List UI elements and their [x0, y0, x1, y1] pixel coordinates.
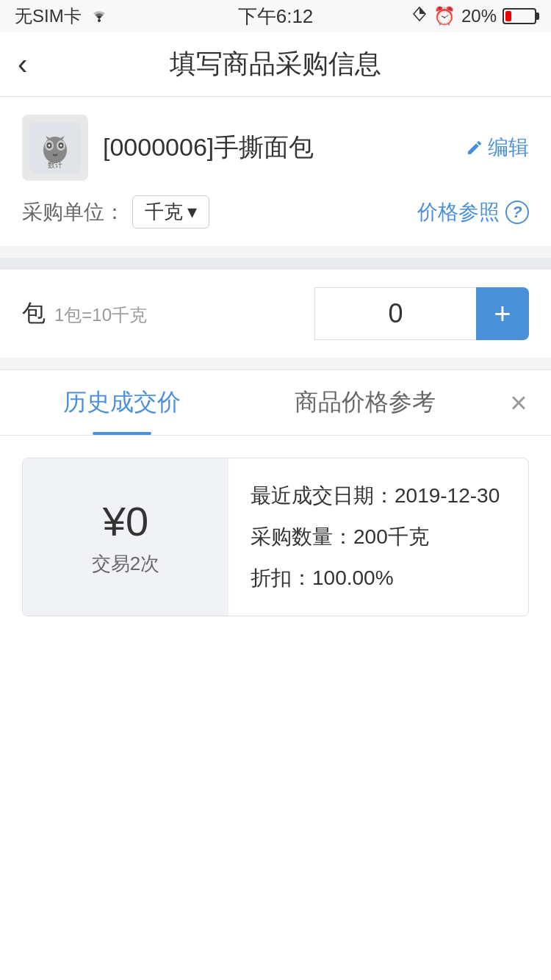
bottom-panel: 历史成交价 商品价格参考 × ¥0 交易2次 最近成交日期：2019-12-30…	[0, 370, 551, 638]
network-label: 无SIM卡	[15, 4, 82, 28]
dropdown-icon: ▾	[187, 201, 197, 223]
svg-point-8	[60, 145, 62, 147]
svg-text:数计: 数计	[48, 161, 62, 169]
page-title: 填写商品采购信息	[170, 46, 381, 82]
quantity-unit: 包	[22, 298, 46, 330]
tab-history-price[interactable]: 历史成交价	[0, 370, 243, 435]
product-image: 数计	[22, 115, 88, 181]
status-left: 无SIM卡	[15, 4, 111, 28]
status-right: ⏰ 20%	[411, 6, 536, 26]
location-icon	[411, 6, 428, 26]
svg-point-0	[98, 19, 101, 22]
status-time: 下午6:12	[238, 4, 314, 29]
qty-label: 采购数量：	[251, 525, 353, 548]
qty-value: 200千克	[353, 525, 429, 548]
date-value: 2019-12-30	[395, 484, 500, 507]
edit-button[interactable]: 编辑	[466, 134, 529, 162]
tab-price-ref[interactable]: 商品价格参考	[243, 370, 486, 435]
tab-close-button[interactable]: ×	[486, 370, 551, 435]
card-date-row: 最近成交日期：2019-12-30	[251, 480, 506, 511]
product-header: 数计 [0000006]手撕面包 编辑	[22, 115, 529, 181]
date-label: 最近成交日期：	[251, 484, 395, 507]
card-right: 最近成交日期：2019-12-30 采购数量：200千克 折扣：100.00%	[228, 458, 528, 616]
quantity-value: 0	[388, 298, 403, 329]
product-unit-row: 采购单位： 千克 ▾ 价格参照 ?	[22, 195, 529, 228]
card-discount-row: 折扣：100.00%	[251, 563, 506, 594]
price-ref-label: 价格参照	[417, 198, 500, 226]
discount-label: 折扣：	[251, 566, 312, 589]
unit-select[interactable]: 千克 ▾	[132, 195, 209, 228]
back-button[interactable]: ‹	[18, 48, 27, 81]
unit-value: 千克	[145, 199, 183, 225]
tab-history-label: 历史成交价	[63, 386, 181, 419]
alarm-icon: ⏰	[433, 6, 455, 26]
quantity-input-area: 0 +	[314, 287, 529, 340]
card-qty-row: 采购数量：200千克	[251, 522, 506, 552]
tabs-row: 历史成交价 商品价格参考 ×	[0, 370, 551, 436]
battery-percent: 20%	[461, 6, 497, 26]
card-price: ¥0	[103, 497, 148, 545]
info-icon: ?	[505, 201, 529, 224]
edit-label: 编辑	[488, 134, 529, 162]
product-section: 数计 [0000006]手撕面包 编辑 采购单位： 千克 ▾ 价格参照 ?	[0, 97, 551, 246]
card-trade-count: 交易2次	[92, 551, 159, 577]
discount-value: 100.00%	[312, 566, 394, 589]
quantity-plus-button[interactable]: +	[476, 287, 529, 340]
quantity-input[interactable]: 0	[314, 287, 476, 340]
battery-icon	[503, 8, 536, 24]
card-left: ¥0 交易2次	[23, 458, 228, 616]
price-ref-button[interactable]: 价格参照 ?	[417, 198, 529, 226]
unit-label: 采购单位： 千克 ▾	[22, 195, 209, 228]
product-name: [0000006]手撕面包	[103, 131, 314, 165]
main-content	[0, 638, 551, 980]
svg-point-7	[48, 145, 51, 147]
quantity-left: 包 1包=10千克	[22, 298, 147, 330]
section-divider	[0, 258, 551, 270]
history-content: ¥0 交易2次 最近成交日期：2019-12-30 采购数量：200千克 折扣：…	[0, 436, 551, 638]
wifi-icon	[87, 6, 111, 26]
status-bar: 无SIM卡 下午6:12 ⏰ 20%	[0, 0, 551, 32]
quantity-hint: 1包=10千克	[54, 303, 147, 327]
product-left: 数计 [0000006]手撕面包	[22, 115, 314, 181]
nav-bar: ‹ 填写商品采购信息	[0, 32, 551, 97]
svg-point-2	[43, 137, 67, 163]
history-card: ¥0 交易2次 最近成交日期：2019-12-30 采购数量：200千克 折扣：…	[22, 458, 529, 616]
quantity-row: 包 1包=10千克 0 +	[0, 270, 551, 358]
tab-price-ref-label: 商品价格参考	[295, 386, 436, 419]
